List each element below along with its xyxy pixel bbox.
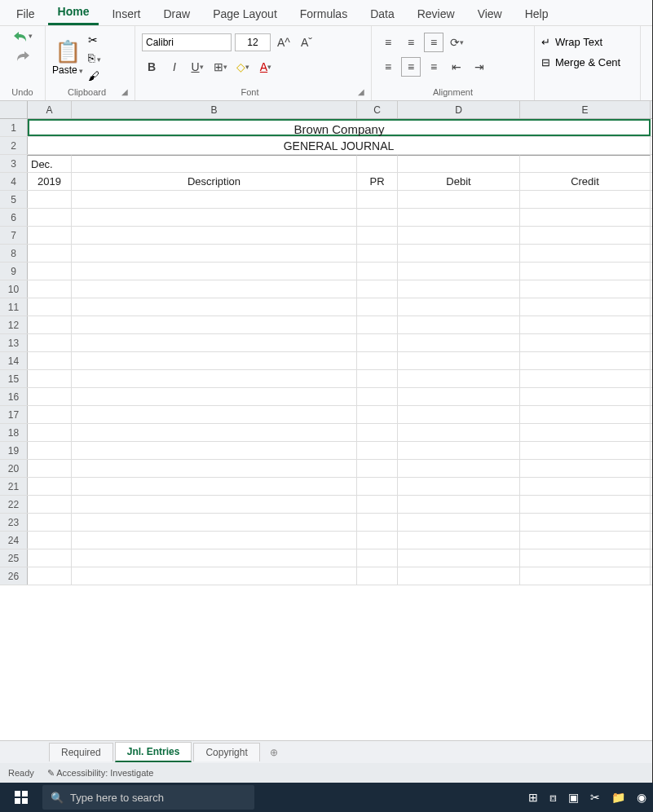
explorer-icon[interactable]: 📁 bbox=[611, 791, 625, 805]
cell[interactable] bbox=[72, 263, 357, 280]
worksheet-grid[interactable]: A B C D E 1Brown Company2GENERAL JOURNAL… bbox=[0, 101, 652, 740]
cell[interactable] bbox=[398, 460, 520, 477]
select-all-corner[interactable] bbox=[0, 101, 28, 118]
align-top-button[interactable]: ≡ bbox=[378, 33, 398, 52]
cell[interactable] bbox=[28, 406, 72, 423]
cell[interactable] bbox=[398, 298, 520, 316]
cell[interactable] bbox=[398, 388, 520, 405]
cell[interactable] bbox=[357, 191, 398, 208]
row-header[interactable]: 3 bbox=[0, 155, 28, 172]
cell[interactable] bbox=[28, 514, 72, 531]
sheet-tab-jnl-entries[interactable]: Jnl. Entries bbox=[115, 742, 192, 762]
cell[interactable] bbox=[72, 352, 357, 369]
cell[interactable] bbox=[72, 316, 357, 333]
cell[interactable] bbox=[520, 191, 651, 208]
row-header[interactable]: 8 bbox=[0, 245, 28, 262]
cell[interactable] bbox=[398, 155, 520, 172]
cell[interactable] bbox=[357, 460, 398, 477]
row-header[interactable]: 1 bbox=[0, 119, 28, 136]
cell[interactable] bbox=[398, 406, 520, 423]
cell-title[interactable]: Brown Company bbox=[28, 119, 651, 136]
cell[interactable] bbox=[72, 388, 357, 405]
font-launcher-icon[interactable]: ◢ bbox=[358, 87, 364, 96]
font-size-select[interactable] bbox=[235, 33, 271, 51]
cell[interactable] bbox=[520, 227, 651, 244]
cell[interactable] bbox=[28, 334, 72, 351]
row-header[interactable]: 11 bbox=[0, 298, 28, 316]
cell[interactable] bbox=[398, 191, 520, 208]
row-header[interactable]: 20 bbox=[0, 460, 28, 477]
cell[interactable] bbox=[28, 460, 72, 477]
cell[interactable] bbox=[357, 424, 398, 441]
cell-a4[interactable]: 2019 bbox=[28, 173, 72, 190]
decrease-indent-button[interactable]: ⇤ bbox=[447, 57, 466, 77]
cell[interactable] bbox=[28, 209, 72, 226]
cell[interactable] bbox=[398, 245, 520, 262]
row-header[interactable]: 14 bbox=[0, 352, 28, 369]
cell[interactable] bbox=[357, 514, 398, 531]
row-header[interactable]: 15 bbox=[0, 370, 28, 387]
cell[interactable] bbox=[520, 280, 651, 298]
copy-button[interactable]: ⎘ bbox=[88, 51, 101, 64]
cell[interactable] bbox=[357, 227, 398, 244]
row-header[interactable]: 13 bbox=[0, 334, 28, 351]
cell[interactable] bbox=[398, 263, 520, 280]
cell[interactable] bbox=[28, 191, 72, 208]
cell[interactable] bbox=[357, 298, 398, 316]
status-accessibility[interactable]: ✎ Accessibility: Investigate bbox=[47, 768, 154, 779]
cell[interactable] bbox=[398, 334, 520, 351]
cell[interactable] bbox=[72, 442, 357, 459]
redo-button[interactable] bbox=[15, 49, 31, 62]
row-header[interactable]: 10 bbox=[0, 280, 28, 298]
cell[interactable] bbox=[357, 442, 398, 459]
tab-formulas[interactable]: Formulas bbox=[290, 2, 357, 25]
undo-button[interactable] bbox=[12, 29, 33, 42]
row-header[interactable]: 25 bbox=[0, 549, 28, 567]
cell-d4[interactable]: Debit bbox=[398, 173, 520, 190]
row-header[interactable]: 23 bbox=[0, 514, 28, 531]
row-header[interactable]: 19 bbox=[0, 442, 28, 459]
cell-c4[interactable]: PR bbox=[357, 173, 398, 190]
cell[interactable] bbox=[28, 532, 72, 549]
column-header-b[interactable]: B bbox=[72, 101, 357, 118]
tab-view[interactable]: View bbox=[468, 2, 512, 25]
tab-help[interactable]: Help bbox=[515, 2, 558, 25]
row-header[interactable]: 17 bbox=[0, 406, 28, 423]
tab-draw[interactable]: Draw bbox=[153, 2, 200, 25]
cell[interactable] bbox=[398, 370, 520, 387]
snip-icon[interactable]: ✂ bbox=[590, 791, 600, 805]
cell[interactable] bbox=[520, 370, 651, 387]
chrome-icon[interactable]: ◉ bbox=[637, 791, 646, 805]
format-painter-button[interactable]: 🖌 bbox=[88, 69, 101, 82]
font-name-select[interactable] bbox=[142, 33, 232, 51]
cell[interactable] bbox=[520, 316, 651, 333]
cell[interactable] bbox=[357, 406, 398, 423]
cell[interactable] bbox=[520, 334, 651, 351]
add-sheet-button[interactable]: ⊕ bbox=[262, 744, 286, 761]
merge-center-button[interactable]: ⊟Merge & Cent bbox=[541, 56, 633, 68]
column-header-c[interactable]: C bbox=[357, 101, 398, 118]
task-view-icon[interactable]: ⊞ bbox=[528, 791, 538, 805]
cell[interactable] bbox=[28, 352, 72, 369]
cell[interactable] bbox=[72, 227, 357, 244]
cell[interactable] bbox=[357, 280, 398, 298]
cell[interactable] bbox=[28, 549, 72, 567]
row-header[interactable]: 21 bbox=[0, 478, 28, 495]
align-right-button[interactable]: ≡ bbox=[424, 57, 443, 77]
cell[interactable] bbox=[520, 532, 651, 549]
cell[interactable] bbox=[520, 298, 651, 316]
taskbar-search[interactable]: 🔍 Type here to search bbox=[42, 785, 254, 810]
bold-button[interactable]: B bbox=[142, 57, 161, 77]
cell[interactable] bbox=[398, 316, 520, 333]
cell[interactable] bbox=[357, 567, 398, 585]
cell[interactable] bbox=[398, 496, 520, 513]
cell[interactable] bbox=[520, 245, 651, 262]
cell[interactable] bbox=[398, 478, 520, 495]
column-header-e[interactable]: E bbox=[520, 101, 651, 118]
cell[interactable] bbox=[28, 280, 72, 298]
cell[interactable] bbox=[398, 352, 520, 369]
cell[interactable] bbox=[28, 388, 72, 405]
cell[interactable] bbox=[398, 227, 520, 244]
cell[interactable] bbox=[520, 478, 651, 495]
align-bottom-button[interactable]: ≡ bbox=[424, 33, 443, 52]
